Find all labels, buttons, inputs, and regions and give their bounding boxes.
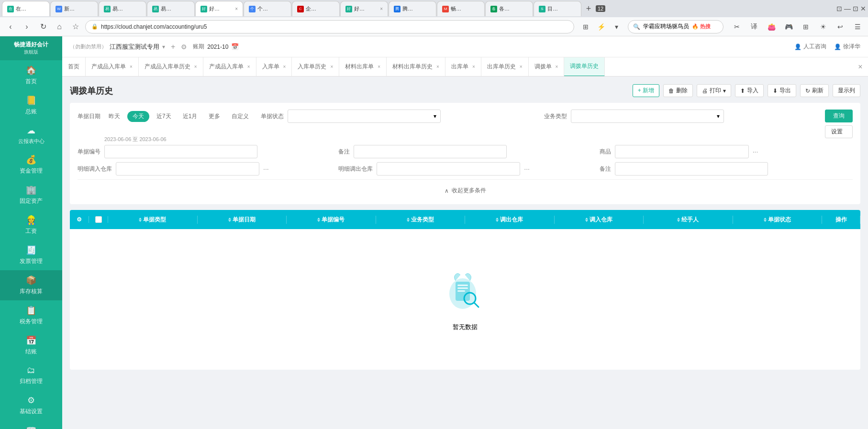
date-btn-custom[interactable]: 自定义 (227, 111, 253, 122)
sidebar-item-home[interactable]: 🏠 首页 (0, 60, 62, 90)
print-button[interactable]: 🖨 打印 ▾ (697, 84, 731, 97)
menu-icon[interactable]: ☰ (851, 20, 864, 33)
th-settings[interactable]: ⚙ (70, 216, 89, 223)
sidebar-item-archive[interactable]: 🗂 归档管理 (0, 361, 62, 390)
tab-close-inbound-history[interactable]: × (330, 64, 333, 69)
import-button[interactable]: ⬆ 导入 (735, 84, 764, 97)
sidebar-item-invoice[interactable]: 🧾 发票管理 (0, 240, 62, 270)
tab-close-product-in-history[interactable]: × (194, 64, 197, 69)
query-button[interactable]: 查询 (825, 110, 853, 122)
browser-tab-4[interactable]: 易 易… (147, 1, 195, 16)
browser-tab-2[interactable]: W 新… (50, 1, 98, 16)
translate-icon[interactable]: 译 (747, 20, 761, 33)
add-company-button[interactable]: + (171, 43, 175, 51)
sidebar-item-fund[interactable]: 💰 资金管理 (0, 150, 62, 180)
browser-search[interactable]: 🔍 学霸应聘场驱鸟员 🔥 热搜 (628, 20, 723, 33)
brightness-icon[interactable]: ☀ (816, 20, 830, 33)
app-tab-transfer[interactable]: 调拨单 × (529, 57, 565, 77)
tab-close-material-out[interactable]: × (378, 64, 380, 69)
app-tab-outbound-history[interactable]: 出库单历史 × (481, 57, 529, 77)
sidebar-item-ledger[interactable]: 📒 总账 (0, 90, 62, 121)
app-tab-outbound[interactable]: 出库单 × (445, 57, 481, 77)
lightning-icon[interactable]: ⚡ (594, 20, 608, 33)
calendar-icon[interactable]: 📅 (231, 43, 239, 50)
sidebar-item-close[interactable]: 📅 结账 (0, 330, 62, 361)
biz-type-select[interactable]: ▾ (571, 110, 724, 123)
customer-service[interactable]: 👤 人工咨询 (794, 43, 826, 51)
detail-in-input[interactable] (116, 162, 259, 176)
th-checkbox[interactable] (89, 216, 108, 223)
date-btn-yesterday[interactable]: 昨天 (104, 111, 124, 122)
th-biz-type[interactable]: 业务类型 (376, 216, 466, 224)
app-tab-transfer-history[interactable]: 调拨单历史 (564, 57, 605, 77)
tab-close-material-out-history[interactable]: × (436, 64, 439, 69)
browser-tab-8[interactable]: 好 好… × (340, 1, 388, 16)
status-select[interactable]: ▾ (288, 110, 441, 123)
app-tab-product-in[interactable]: 产成品入库单 × (86, 57, 139, 77)
export-button[interactable]: ⬇ 导出 (768, 84, 796, 97)
forward-button[interactable]: › (20, 20, 33, 33)
browser-tab-5[interactable]: 好 好… × (195, 1, 243, 16)
bookmark-button[interactable]: ☆ (69, 20, 82, 33)
remark-input[interactable] (354, 145, 507, 158)
select-all-checkbox[interactable] (95, 216, 102, 223)
user-avatar[interactable]: 👤 徐泽华 (834, 43, 860, 51)
tab-close-outbound[interactable]: × (472, 64, 475, 69)
sidebar-item-inventory[interactable]: 📦 库存核算 (0, 270, 62, 300)
history-icon[interactable]: ↩ (834, 20, 847, 33)
sidebar-item-tax[interactable]: 📋 税务管理 (0, 300, 62, 330)
remark2-input[interactable] (615, 162, 768, 176)
address-bar[interactable]: 🔒 https://cloud.chanjet.com/accounting/u… (85, 20, 574, 33)
detail-in-ellipsis[interactable]: ··· (263, 165, 269, 173)
tab-close-product-in[interactable]: × (130, 64, 133, 69)
company-selector[interactable]: （勿删勿禁用） 江西服宝测试专用 ▾ (70, 43, 165, 51)
app-tab-product-in2[interactable]: 产成品入库单 × (203, 57, 256, 77)
reload-button[interactable]: ↻ (36, 20, 50, 33)
refresh-button[interactable]: ↻ 刷新 (800, 84, 829, 97)
sidebar-item-payroll[interactable]: 👷 工资 (0, 210, 62, 240)
browser-tab-11[interactable]: 各 各… (485, 1, 533, 16)
app-tab-home[interactable]: 首页 (62, 57, 86, 77)
docno-input[interactable] (104, 145, 257, 158)
gear-settings-icon[interactable]: ⚙ (181, 43, 187, 51)
browser-tab-12[interactable]: S 目… (534, 1, 581, 16)
app-tab-product-in-history[interactable]: 产成品入库单历史 × (139, 57, 203, 77)
th-in-warehouse[interactable]: 调入仓库 (555, 216, 644, 224)
tab-bar-close-all[interactable]: × (853, 57, 868, 77)
extensions-icon[interactable]: ⊞ (579, 20, 592, 33)
dropdown-icon[interactable]: ▾ (610, 20, 623, 33)
detail-out-input[interactable] (377, 162, 520, 176)
th-doc-date[interactable]: 单据日期 (198, 216, 287, 224)
tab-close-product-in2[interactable]: × (247, 64, 250, 69)
scissors-icon[interactable]: ✂ (730, 20, 744, 33)
grid-icon[interactable]: ⊞ (799, 20, 812, 33)
date-btn-7days[interactable]: 近7天 (152, 111, 176, 122)
th-handler[interactable]: 经手人 (644, 216, 733, 224)
wallet-icon[interactable]: 👛 (765, 20, 778, 33)
home-button[interactable]: ⌂ (53, 20, 66, 33)
browser-tab-1[interactable]: 在 在… (2, 1, 50, 16)
th-out-warehouse[interactable]: 调出仓库 (465, 216, 555, 224)
th-doc-no[interactable]: 单据编号 (287, 216, 376, 224)
browser-tab-7[interactable]: C 企… (292, 1, 340, 16)
detail-out-ellipsis[interactable]: ··· (524, 165, 530, 173)
tab-close-transfer[interactable]: × (556, 64, 558, 69)
goods-input[interactable] (615, 145, 749, 158)
tab-close-inbound[interactable]: × (283, 64, 286, 69)
new-button[interactable]: + 新增 (633, 84, 659, 97)
display-cols-button[interactable]: 显示列 (833, 84, 860, 97)
collapse-button[interactable]: ∧ 收起更多条件 (442, 184, 489, 198)
app-tab-inbound[interactable]: 入库单 × (256, 57, 292, 77)
th-doc-type[interactable]: 单据类型 (108, 216, 198, 224)
tab-close-outbound-history[interactable]: × (520, 64, 523, 69)
sidebar-item-guide[interactable]: 📖 新手引导 (0, 420, 62, 429)
sidebar-item-fixed-asset[interactable]: 🏢 固定资产 (0, 180, 62, 210)
browser-tab-6[interactable]: 个 个… (244, 1, 291, 16)
sidebar-item-settings[interactable]: ⚙ 基础设置 (0, 390, 62, 420)
browser-tab-9[interactable]: 腾 腾… (389, 1, 436, 16)
goods-ellipsis[interactable]: ··· (753, 148, 758, 155)
setting-button[interactable]: 设置 (825, 125, 853, 138)
app-tab-inbound-history[interactable]: 入库单历史 × (292, 57, 339, 77)
browser-tab-3[interactable]: 易 易… (99, 1, 146, 16)
back-button[interactable]: ‹ (4, 20, 17, 33)
